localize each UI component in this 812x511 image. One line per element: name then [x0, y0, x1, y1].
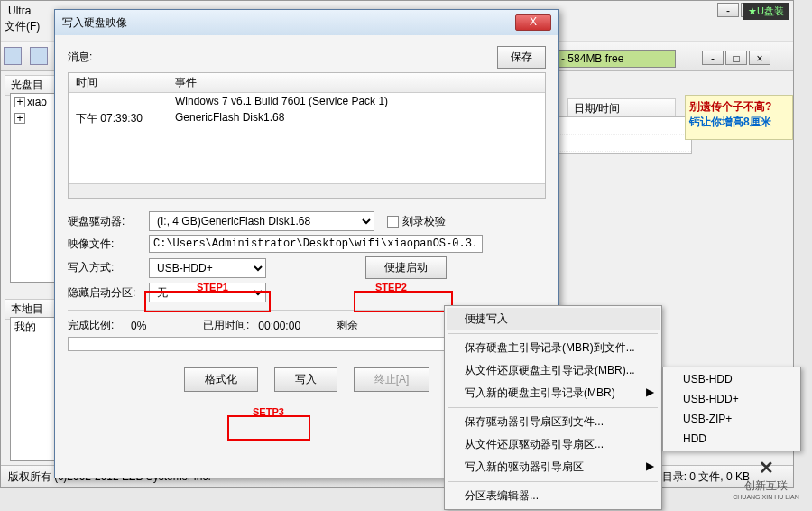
event-cell: GenericFlash Disk1.68 [168, 109, 545, 128]
abort-button[interactable]: 终止[A] [354, 367, 430, 392]
ad-banner[interactable]: 别遗传个子不高? 钙让你增高8厘米 [685, 95, 793, 140]
chevron-right-icon: ▶ [646, 386, 654, 398]
tree-label: 我的 [14, 321, 36, 333]
table-row: 下午 07:39:30GenericFlash Disk1.68 [69, 109, 545, 128]
ad-line-2: 钙让你增高8厘米 [689, 115, 789, 130]
dialog-title: 写入硬盘映像 [62, 15, 515, 31]
menu-bar[interactable]: 文件(F) [5, 19, 40, 34]
format-button[interactable]: 格式化 [184, 367, 258, 392]
new-icon[interactable] [4, 47, 22, 65]
watermark-logo: ✕ 创新互联 CHUANG XIN HU LIAN [725, 457, 807, 489]
logo-mark: ✕ [759, 458, 774, 478]
hide-partition-label: 隐藏启动分区: [68, 285, 149, 301]
tree-label: xiao [27, 96, 47, 108]
save-button[interactable]: 保存 [497, 46, 546, 69]
submenu-usb-zip-plus[interactable]: USB-ZIP+ [665, 409, 798, 429]
write-method-select[interactable]: USB-HDD+ [149, 258, 266, 278]
window-title: Ultra [8, 5, 31, 17]
close-button[interactable]: × [749, 51, 770, 65]
open-icon[interactable] [30, 47, 48, 65]
maximize-button[interactable]: □ [725, 51, 747, 65]
step1-label: STEP1 [197, 282, 228, 293]
event-cell: Windows 7 v6.1 Build 7601 (Service Pack … [168, 93, 545, 110]
menu-restore-bootsector[interactable]: 从文件还原驱动器引导扇区... [447, 433, 660, 456]
menu-separator [448, 407, 658, 408]
progress-label: 完成比例: [68, 318, 131, 333]
submenu-hdd[interactable]: HDD [665, 429, 798, 449]
horizontal-scrollbar[interactable] [69, 183, 545, 198]
menu-separator [448, 333, 658, 334]
progress-value: 0% [131, 320, 203, 332]
remain-label: 剩余 [337, 318, 358, 333]
menu-header: 便捷写入 [447, 308, 660, 330]
image-label: 映像文件: [68, 237, 149, 252]
logo-brand: 创新互联 [725, 478, 807, 494]
menu-separator [448, 481, 658, 482]
menu-label: 写入新的驱动器引导扇区 [465, 460, 584, 473]
menu-save-bootsector[interactable]: 保存驱动器引导扇区到文件... [447, 411, 660, 433]
quick-boot-menu: 便捷写入 保存硬盘主引导记录(MBR)到文件... 从文件还原硬盘主引导记录(M… [444, 305, 662, 510]
image-path-input[interactable] [149, 235, 483, 253]
ad-line-1: 别遗传个子不高? [689, 99, 789, 115]
menu-partition-editor[interactable]: 分区表编辑器... [447, 485, 660, 507]
menu-write-new-bootsector[interactable]: 写入新的驱动器引导扇区▶ [447, 456, 660, 478]
write-method-label: 写入方式: [68, 260, 149, 275]
dialog-close-button[interactable]: X [515, 14, 551, 31]
table-row: Windows 7 v6.1 Build 7601 (Service Pack … [69, 93, 545, 110]
submenu-usb-hdd[interactable]: USB-HDD [665, 369, 798, 389]
col-event[interactable]: 事件 [168, 73, 545, 93]
panel-window-controls: - □ × [702, 51, 770, 65]
elapsed-label: 已用时间: [203, 318, 249, 333]
mbr-type-submenu: USB-HDD USB-HDD+ USB-ZIP+ HDD [662, 367, 801, 451]
logo-sub: CHUANG XIN HU LIAN [725, 494, 807, 500]
minimize-button[interactable]: - [702, 51, 724, 65]
chevron-right-icon: ▶ [646, 460, 654, 472]
message-label: 消息: [68, 50, 140, 65]
verify-label: 刻录校验 [402, 214, 446, 229]
menu-restore-mbr[interactable]: 从文件还原硬盘主引导记录(MBR)... [447, 359, 660, 382]
expand-icon[interactable]: + [14, 113, 25, 124]
dialog-titlebar[interactable]: 写入硬盘映像 X [55, 10, 558, 35]
menu-save-mbr[interactable]: 保存硬盘主引导记录(MBR)到文件... [447, 337, 660, 359]
step3-label: SETP3 [253, 406, 284, 417]
write-button[interactable]: 写入 [274, 367, 337, 392]
expand-icon[interactable]: + [14, 97, 25, 107]
step2-label: STEP2 [375, 282, 407, 293]
usb-install-badge: ★U盘装 [743, 3, 789, 20]
minimize-button[interactable]: - [717, 3, 739, 17]
submenu-usb-hdd-plus[interactable]: USB-HDD+ [665, 389, 798, 409]
time-cell: 下午 07:39:30 [69, 109, 168, 128]
quick-boot-button[interactable]: 便捷启动 [365, 256, 447, 279]
elapsed-value: 00:00:00 [258, 320, 300, 332]
menu-write-new-mbr[interactable]: 写入新的硬盘主引导记录(MBR)▶ [447, 382, 660, 404]
drive-select[interactable]: (I:, 4 GB)GenericFlash Disk1.68 [149, 211, 374, 231]
drive-label: 硬盘驱动器: [68, 214, 149, 229]
message-log: 时间事件 Windows 7 v6.1 Build 7601 (Service … [68, 72, 546, 199]
menu-label: 写入新的硬盘主引导记录(MBR) [465, 386, 615, 399]
verify-checkbox[interactable] [387, 216, 399, 228]
col-time[interactable]: 时间 [69, 73, 168, 93]
